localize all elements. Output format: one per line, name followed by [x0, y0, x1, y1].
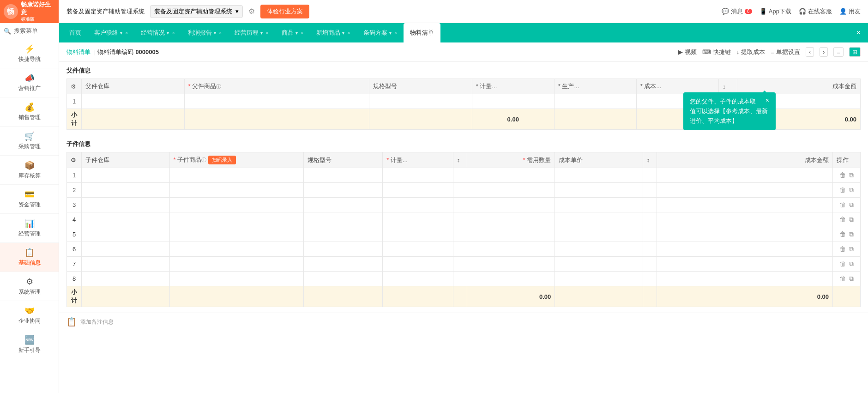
child-unit-price-cell[interactable]: [555, 168, 643, 183]
tab-barcode[interactable]: 条码方案 ▾ ×: [357, 23, 404, 42]
user-menu[interactable]: 👤 用友: [839, 7, 861, 16]
sidebar-item-basic-info[interactable]: 📋 基础信息: [0, 243, 59, 272]
parent-spec-cell[interactable]: [369, 94, 472, 109]
close-tab-icon[interactable]: ×: [219, 30, 222, 36]
breadcrumb[interactable]: 物料清单: [66, 48, 90, 56]
tab-operations[interactable]: 经营情况 ▾ ×: [134, 23, 181, 42]
child-spec-cell[interactable]: [303, 242, 383, 257]
system-selector[interactable]: 装备及固定资产辅助管理系统 ▾: [150, 5, 243, 18]
child-col-settings[interactable]: ⚙: [67, 152, 82, 168]
child-warehouse-cell[interactable]: [82, 212, 170, 227]
close-all-tabs-button[interactable]: ×: [853, 29, 864, 37]
shortcut-action[interactable]: ⌨ 快捷键: [702, 48, 731, 56]
delete-row-button[interactable]: 🗑: [839, 245, 846, 253]
delete-row-button[interactable]: 🗑: [839, 171, 846, 179]
child-product-cell[interactable]: [169, 242, 303, 257]
sidebar-item-purchase[interactable]: 🛒 采购管理: [0, 127, 59, 156]
child-product-cell[interactable]: [169, 212, 303, 227]
child-unit-cell[interactable]: [383, 168, 453, 183]
child-spec-cell[interactable]: [303, 198, 383, 212]
child-warehouse-cell[interactable]: [82, 183, 170, 198]
tooltip-close-button[interactable]: ×: [766, 97, 769, 103]
child-unit-price-cell[interactable]: [555, 272, 643, 286]
child-warehouse-cell[interactable]: [82, 242, 170, 257]
sidebar-item-system[interactable]: ⚙ 系统管理: [0, 272, 59, 301]
parent-product-cell[interactable]: [184, 94, 369, 109]
copy-row-button[interactable]: ⧉: [849, 260, 854, 267]
message-button[interactable]: 💬 消息 6: [722, 7, 752, 16]
child-spec-cell[interactable]: [303, 257, 383, 272]
sidebar-item-finance[interactable]: 💳 资金管理: [0, 185, 59, 214]
child-unit-price-cell[interactable]: [555, 242, 643, 257]
sidebar-item-cooperation[interactable]: 🤝 企业协同: [0, 301, 59, 330]
tab-profit[interactable]: 利润报告 ▾ ×: [181, 23, 228, 42]
child-qty-cell[interactable]: [467, 257, 555, 272]
copy-row-button[interactable]: ⧉: [849, 216, 854, 223]
parent-col-settings[interactable]: ⚙: [67, 79, 82, 94]
child-product-cell[interactable]: [169, 183, 303, 198]
child-unit-cell[interactable]: [383, 227, 453, 242]
copy-row-button[interactable]: ⧉: [849, 171, 854, 179]
copy-row-button[interactable]: ⧉: [849, 275, 854, 282]
delete-row-button[interactable]: 🗑: [839, 186, 846, 193]
child-qty-cell[interactable]: [467, 227, 555, 242]
child-qty-cell[interactable]: [467, 212, 555, 227]
video-action[interactable]: ▶ 视频: [678, 48, 697, 56]
child-qty-cell[interactable]: [467, 168, 555, 183]
page-nav-next[interactable]: ›: [820, 47, 828, 57]
delete-row-button[interactable]: 🗑: [839, 201, 846, 208]
child-unit-cell[interactable]: [383, 183, 453, 198]
close-tab-icon[interactable]: ×: [125, 30, 128, 36]
child-unit-price-cell[interactable]: [555, 183, 643, 198]
single-setup-action[interactable]: ≡ 单据设置: [771, 48, 800, 56]
child-spec-cell[interactable]: [303, 227, 383, 242]
parent-unit-cell[interactable]: [472, 94, 554, 109]
close-tab-icon[interactable]: ×: [301, 30, 303, 36]
child-qty-cell[interactable]: [467, 198, 555, 212]
close-tab-icon[interactable]: ×: [265, 30, 268, 36]
child-unit-price-cell[interactable]: [555, 227, 643, 242]
add-note-text[interactable]: 添加备注信息: [80, 318, 114, 326]
delete-row-button[interactable]: 🗑: [839, 260, 846, 267]
copy-row-button[interactable]: ⧉: [849, 245, 854, 253]
child-unit-cell[interactable]: [383, 198, 453, 212]
delete-row-button[interactable]: 🗑: [839, 230, 846, 238]
child-warehouse-cell[interactable]: [82, 272, 170, 286]
tab-new-product[interactable]: 新增商品 ▾ ×: [310, 23, 356, 42]
tab-home[interactable]: 首页: [63, 23, 88, 42]
trial-button[interactable]: 体验行业方案: [260, 5, 309, 18]
child-qty-cell[interactable]: [467, 183, 555, 198]
extract-cost-action[interactable]: ↓ 提取成本: [736, 48, 766, 56]
child-unit-cell[interactable]: [383, 272, 453, 286]
copy-row-button[interactable]: ⧉: [849, 201, 854, 208]
child-qty-cell[interactable]: [467, 242, 555, 257]
close-tab-icon[interactable]: ×: [347, 30, 350, 36]
child-warehouse-cell[interactable]: [82, 257, 170, 272]
parent-warehouse-cell[interactable]: [82, 94, 185, 109]
child-spec-cell[interactable]: [303, 168, 383, 183]
tab-biz-history[interactable]: 经营历程 ▾ ×: [228, 23, 275, 42]
copy-row-button[interactable]: ⧉: [849, 230, 854, 238]
sidebar-item-quick-nav[interactable]: ⚡ 快捷导航: [0, 39, 59, 68]
gear-icon[interactable]: ⚙: [248, 7, 255, 16]
close-tab-icon[interactable]: ×: [172, 30, 175, 36]
child-spec-cell[interactable]: [303, 183, 383, 198]
child-spec-cell[interactable]: [303, 212, 383, 227]
parent-prod-cell[interactable]: [554, 94, 636, 109]
sidebar-item-operations[interactable]: 📊 经营管理: [0, 214, 59, 243]
child-product-cell[interactable]: [169, 168, 303, 183]
online-service-button[interactable]: 🎧 在线客服: [799, 7, 832, 16]
list-view-icon[interactable]: ⊞: [849, 47, 861, 57]
delete-row-button[interactable]: 🗑: [839, 216, 846, 223]
sidebar-item-sales[interactable]: 💰 销售管理: [0, 97, 59, 127]
child-unit-price-cell[interactable]: [555, 198, 643, 212]
sidebar-item-inventory[interactable]: 📦 库存核算: [0, 156, 59, 185]
child-warehouse-cell[interactable]: [82, 227, 170, 242]
tab-products[interactable]: 商品 ▾ ×: [275, 23, 310, 42]
close-tab-icon[interactable]: ×: [394, 30, 397, 36]
child-product-cell[interactable]: [169, 257, 303, 272]
search-menu[interactable]: 🔍 搜索菜单: [0, 23, 59, 39]
grid-view-icon[interactable]: ≡: [833, 47, 844, 57]
child-unit-price-cell[interactable]: [555, 257, 643, 272]
child-qty-cell[interactable]: [467, 272, 555, 286]
